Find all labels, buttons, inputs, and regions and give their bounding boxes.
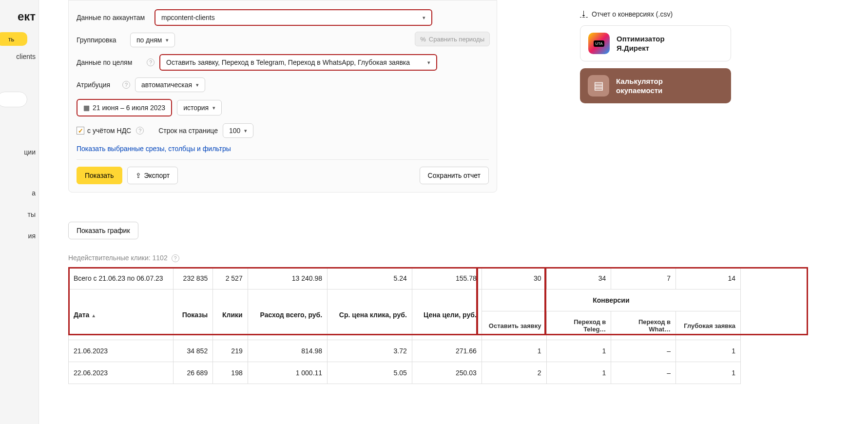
sidebar-item[interactable]: clients — [0, 46, 39, 67]
promo-text: Оптимизатор Я.Директ — [617, 34, 665, 53]
attribution-select[interactable]: автоматическая ▾ — [135, 77, 205, 92]
cell-cpc: 5.05 — [328, 362, 412, 384]
sidebar-yellow-button[interactable]: ть — [0, 32, 27, 46]
conv-sub-2[interactable]: Переход в What… — [611, 311, 676, 340]
date-range-value: 21 июня – 6 июля 2023 — [93, 104, 165, 112]
totals-clicks: 2 527 — [213, 268, 248, 289]
grouping-value: по дням — [136, 36, 162, 44]
header-row: Дата ▲ Показы Клики Расход всего, руб. С… — [69, 289, 741, 311]
invalid-clicks-label: Недействительные клики: 1102 ? — [68, 254, 741, 262]
cell-conv: 1 — [482, 340, 546, 362]
rows-per-page-label: Строк на странице — [158, 127, 218, 135]
totals-goal-cost: 155.78 — [412, 268, 482, 289]
help-icon[interactable]: ? — [172, 254, 179, 262]
rows-value: 100 — [229, 127, 240, 135]
col-date[interactable]: Дата ▲ — [69, 289, 174, 340]
main-content: Данные по аккаунтам mpcontent-clients ▾ … — [68, 0, 858, 424]
cell-clicks: 198 — [213, 362, 248, 384]
cell-conv: 1 — [546, 362, 611, 384]
compare-label: Сравнить периоды — [429, 36, 484, 43]
totals-spend: 13 240.98 — [248, 268, 327, 289]
save-report-button[interactable]: Сохранить отчет — [420, 167, 489, 184]
show-chart-button[interactable]: Показать график — [68, 222, 138, 239]
totals-impressions: 232 835 — [173, 268, 213, 289]
sidebar-item[interactable]: ции — [0, 141, 39, 163]
cell-conv: – — [611, 362, 676, 384]
goals-select[interactable]: Оставить заявку, Переход в Telegram, Пер… — [159, 54, 437, 71]
attribution-value: автоматическая — [141, 81, 192, 89]
cell-clicks: 219 — [213, 340, 248, 362]
export-button[interactable]: ⇪ Экспорт — [127, 167, 178, 184]
totals-conv-3: 14 — [676, 268, 741, 289]
date-range-picker[interactable]: ▦ 21 июня – 6 июля 2023 — [77, 99, 172, 116]
vat-checkbox-row[interactable]: с учётом НДС ? — [77, 127, 144, 135]
cell-conv: 1 — [676, 340, 741, 362]
table-row: 22.06.2023 26 689 198 1 000.11 5.05 250.… — [69, 362, 741, 384]
chevron-down-icon: ▾ — [166, 37, 169, 43]
sidebar-item[interactable]: ты — [0, 204, 39, 225]
chevron-down-icon: ▾ — [244, 128, 247, 134]
rows-per-page-select[interactable]: 100 ▾ — [223, 123, 253, 138]
compare-icon: % — [420, 36, 426, 43]
calendar-icon: ▦ — [83, 104, 90, 112]
sidebar-item[interactable]: а — [0, 182, 39, 204]
logo-fragment: ект — [0, 4, 39, 32]
sidebar: ект ть clients ции а ты ия — [0, 0, 39, 424]
chevron-down-icon: ▾ — [423, 15, 425, 21]
help-icon[interactable]: ? — [122, 81, 130, 89]
help-icon[interactable]: ? — [147, 58, 154, 66]
grouping-select[interactable]: по дням ▾ — [130, 33, 175, 47]
col-conversions: Конверсии — [482, 289, 740, 311]
col-spend[interactable]: Расход всего, руб. — [248, 289, 327, 340]
totals-conv-0: 30 — [482, 268, 546, 289]
cell-conv: 1 — [676, 362, 741, 384]
export-icon: ⇪ — [135, 172, 141, 179]
accounts-value: mpcontent-clients — [161, 14, 215, 21]
promo-calculator[interactable]: ▤ Калькулятор окупаемости — [580, 68, 731, 103]
totals-row: Всего с 21.06.23 по 06.07.23 232 835 2 5… — [69, 268, 741, 289]
cell-conv: 2 — [482, 362, 546, 384]
conv-sub-1[interactable]: Переход в Teleg… — [546, 311, 611, 340]
goals-value: Оставить заявку, Переход в Telegram, Пер… — [166, 58, 410, 66]
uta-logo-icon: UTA — [588, 33, 610, 54]
calculator-icon: ▤ — [588, 75, 609, 96]
download-csv-link[interactable]: ⭳ Отчет о конверсиях (.csv) — [580, 10, 731, 19]
cell-impressions: 34 852 — [173, 340, 213, 362]
cell-spend: 814.98 — [248, 340, 327, 362]
sort-asc-icon: ▲ — [91, 313, 96, 318]
help-icon[interactable]: ? — [136, 127, 144, 135]
totals-cpc: 5.24 — [328, 268, 412, 289]
sidebar-item[interactable]: ия — [0, 225, 39, 247]
history-select[interactable]: история ▾ — [177, 100, 222, 116]
cell-date: 22.06.2023 — [69, 362, 174, 384]
col-cpc[interactable]: Ср. цена клика, руб. — [328, 289, 412, 340]
cell-date: 21.06.2023 — [69, 340, 174, 362]
col-impressions[interactable]: Показы — [173, 289, 213, 340]
download-label: Отчет о конверсиях (.csv) — [592, 10, 673, 18]
grouping-label: Группировка — [77, 36, 125, 44]
report-table-wrapper: Всего с 21.06.23 по 06.07.23 232 835 2 5… — [68, 267, 741, 384]
conv-sub-0[interactable]: Оставить заявку — [482, 311, 546, 340]
promo-text: Калькулятор окупаемости — [616, 77, 663, 96]
show-columns-link[interactable]: Показать выбранные срезы, столбцы и филь… — [77, 145, 231, 153]
accounts-select[interactable]: mpcontent-clients ▾ — [154, 9, 432, 26]
goals-label: Данные по целям — [77, 58, 140, 66]
totals-label-cell: Всего с 21.06.23 по 06.07.23 — [69, 268, 174, 289]
right-column: ⭳ Отчет о конверсиях (.csv) UTA Оптимиза… — [580, 10, 731, 103]
vat-checkbox[interactable] — [77, 127, 84, 135]
cell-cpc: 3.72 — [328, 340, 412, 362]
col-goal-cost[interactable]: Цена цели, руб. — [412, 289, 482, 340]
chevron-down-icon: ▾ — [427, 59, 430, 66]
results-section: Показать график Недействительные клики: … — [68, 222, 741, 384]
col-clicks[interactable]: Клики — [213, 289, 248, 340]
report-table: Всего с 21.06.23 по 06.07.23 232 835 2 5… — [68, 267, 741, 384]
cell-goal-cost: 250.03 — [412, 362, 482, 384]
conv-sub-3[interactable]: Глубокая заявка — [676, 311, 741, 340]
sidebar-white-pill[interactable] — [0, 92, 27, 107]
vat-label: с учётом НДС — [87, 127, 131, 135]
chevron-down-icon: ▾ — [196, 82, 199, 88]
show-button[interactable]: Показать — [77, 167, 122, 184]
cell-conv: – — [611, 340, 676, 362]
chevron-down-icon: ▾ — [212, 105, 215, 111]
promo-optimizer[interactable]: UTA Оптимизатор Я.Директ — [580, 25, 731, 61]
